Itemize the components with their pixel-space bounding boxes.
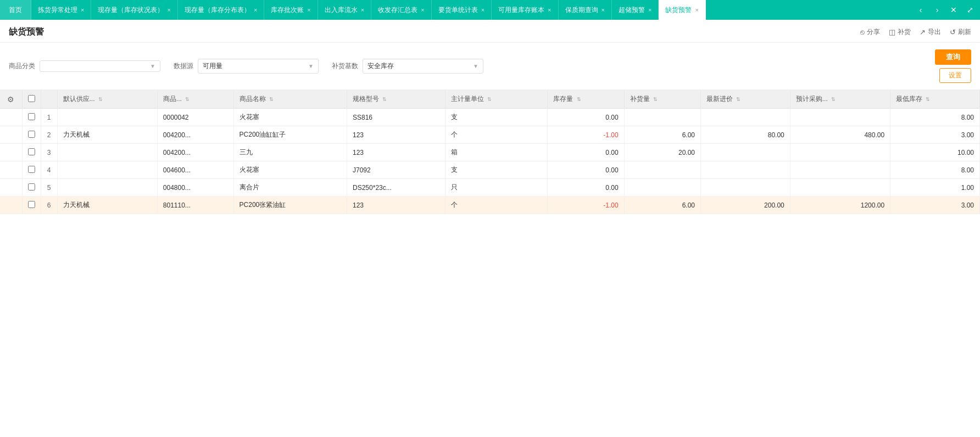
main-content: 缺货预警 ⎋ 分享 ◫ 补货 ↗ 导出 ↺ 刷新 商品分类	[0, 20, 980, 437]
row-code: 004800...	[157, 179, 233, 197]
nav-tab-overstock[interactable]: 超储预警 ×	[612, 0, 659, 20]
nav-tab-inventory-status[interactable]: 现存量（库存状况表） ×	[91, 0, 177, 20]
replenish-base-filter-group: 补货基数 安全库存 ▼	[332, 59, 483, 74]
col-latest-price[interactable]: 最新进价 ⇅	[701, 90, 790, 109]
col-spec-sort: ⇅	[382, 97, 387, 102]
close-expiry-query[interactable]: ×	[602, 7, 605, 13]
row-est-purchase	[790, 109, 890, 126]
row-checkbox[interactable]	[28, 113, 35, 120]
col-unit-label: 主计量单位	[451, 95, 484, 103]
col-est-purchase[interactable]: 预计采购... ⇅	[790, 90, 890, 109]
gear-icon[interactable]: ⚙	[7, 95, 14, 104]
close-avail-ledger[interactable]: ×	[548, 7, 551, 13]
replenish-base-select[interactable]: 安全库存 ▼	[363, 59, 483, 74]
close-overstock[interactable]: ×	[648, 7, 652, 13]
export-action[interactable]: ↗ 导出	[920, 27, 941, 37]
row-min-stock: 3.00	[890, 126, 980, 144]
row-supplier: 力天机械	[57, 197, 157, 214]
row-checkbox-cell[interactable]	[22, 126, 41, 144]
row-est-purchase: 480.00	[790, 126, 890, 144]
home-tab-label: 首页	[9, 5, 22, 15]
col-supplier[interactable]: 默认供应... ⇅	[57, 90, 157, 109]
nav-close-button[interactable]: ✕	[946, 2, 961, 18]
col-unit[interactable]: 主计量单位 ⇅	[446, 90, 548, 109]
select-all-checkbox[interactable]	[28, 95, 35, 102]
close-shortage[interactable]: ×	[695, 7, 698, 13]
col-gear[interactable]: ⚙	[0, 90, 22, 109]
col-select-all[interactable]	[22, 90, 41, 109]
nav-tab-recv-summary[interactable]: 收发存汇总表 ×	[371, 0, 431, 20]
row-checkbox[interactable]	[28, 201, 35, 208]
row-latest-price	[701, 144, 790, 161]
col-code[interactable]: 商品... ⇅	[157, 90, 233, 109]
row-spec: DS250*23c...	[347, 179, 446, 197]
col-latest-price-sort: ⇅	[736, 97, 740, 102]
close-defect-handling[interactable]: ×	[81, 7, 84, 13]
datasource-select[interactable]: 可用量 ▼	[198, 59, 319, 74]
col-replenish[interactable]: 补货量 ⇅	[624, 90, 700, 109]
category-select[interactable]: ▼	[40, 60, 160, 72]
close-batch-account[interactable]: ×	[307, 7, 310, 13]
settings-button[interactable]: 设置	[939, 68, 971, 83]
row-checkbox-cell[interactable]	[22, 109, 41, 126]
query-button[interactable]: 查询	[935, 49, 971, 65]
row-stock: -1.00	[548, 126, 624, 144]
row-est-purchase	[790, 161, 890, 179]
row-supplier	[57, 144, 157, 161]
nav-tab-home[interactable]: 首页	[0, 0, 31, 20]
col-stock[interactable]: 库存量 ⇅	[548, 90, 624, 109]
col-min-stock-label: 最低库存	[896, 95, 922, 103]
row-checkbox-cell[interactable]	[22, 197, 41, 214]
row-gear-cell	[0, 144, 22, 161]
col-name[interactable]: 商品名称 ⇅	[233, 90, 347, 109]
nav-maximize-button[interactable]: ⤢	[962, 2, 978, 18]
replenish-icon: ◫	[889, 28, 895, 36]
row-latest-price	[701, 161, 790, 179]
refresh-action[interactable]: ↺ 刷新	[950, 27, 971, 37]
nav-prev-button[interactable]: ‹	[913, 2, 928, 18]
nav-tab-expiry-query[interactable]: 保质期查询 ×	[559, 0, 612, 20]
row-spec: J7092	[347, 161, 446, 179]
table-header-row: ⚙ 默认供应... ⇅ 商品... ⇅ 商品名称	[0, 90, 980, 109]
row-number: 5	[41, 179, 57, 197]
nav-tab-avail-ledger[interactable]: 可用量库存账本 ×	[492, 0, 558, 20]
table-row: 2 力天机械 004200... PC200油缸缸子 123 个 -1.00 6…	[0, 126, 980, 144]
nav-tab-inventory-dist[interactable]: 现存量（库存分布表） ×	[178, 0, 264, 20]
close-inventory-dist[interactable]: ×	[254, 7, 257, 13]
nav-controls: ‹ › ✕ ⤢	[913, 2, 980, 18]
row-replenish	[624, 161, 700, 179]
nav-tab-shortage[interactable]: 缺货预警 ×	[659, 0, 705, 20]
row-checkbox[interactable]	[28, 183, 35, 191]
defect-handling-label: 拣货异常处理	[38, 5, 77, 15]
nav-tab-inout-flow[interactable]: 出入库流水 ×	[318, 0, 371, 20]
share-action[interactable]: ⎋ 分享	[860, 27, 880, 37]
batch-account-label: 库存批次账	[271, 5, 304, 15]
col-min-stock[interactable]: 最低库存 ⇅	[890, 90, 980, 109]
row-checkbox-cell[interactable]	[22, 179, 41, 197]
row-replenish: 6.00	[624, 126, 700, 144]
row-checkbox-cell[interactable]	[22, 144, 41, 161]
avail-ledger-label: 可用量库存账本	[498, 5, 544, 15]
close-inout-flow[interactable]: ×	[361, 7, 364, 13]
table-row: 4 004600... 火花塞 J7092 支 0.00 8.00	[0, 161, 980, 179]
row-min-stock: 3.00	[890, 197, 980, 214]
row-checkbox[interactable]	[28, 148, 35, 155]
replenish-action[interactable]: ◫ 补货	[889, 27, 911, 37]
row-checkbox[interactable]	[28, 166, 35, 173]
nav-tab-batch-account[interactable]: 库存批次账 ×	[264, 0, 318, 20]
col-spec[interactable]: 规格型号 ⇅	[347, 90, 446, 109]
close-inventory-status[interactable]: ×	[167, 7, 170, 13]
replenish-base-select-arrow: ▼	[473, 63, 478, 69]
export-icon: ↗	[920, 28, 926, 36]
row-checkbox[interactable]	[28, 131, 35, 138]
row-code: 801110...	[157, 197, 233, 214]
nav-tab-defect-handling[interactable]: 拣货异常处理 ×	[31, 0, 91, 20]
close-demand-stat[interactable]: ×	[481, 7, 485, 13]
nav-next-button[interactable]: ›	[929, 2, 945, 18]
nav-tab-demand-stat[interactable]: 要货单统计表 ×	[432, 0, 492, 20]
row-unit: 支	[446, 109, 548, 126]
row-unit: 箱	[446, 144, 548, 161]
row-checkbox-cell[interactable]	[22, 161, 41, 179]
close-recv-summary[interactable]: ×	[421, 7, 424, 13]
row-supplier	[57, 161, 157, 179]
